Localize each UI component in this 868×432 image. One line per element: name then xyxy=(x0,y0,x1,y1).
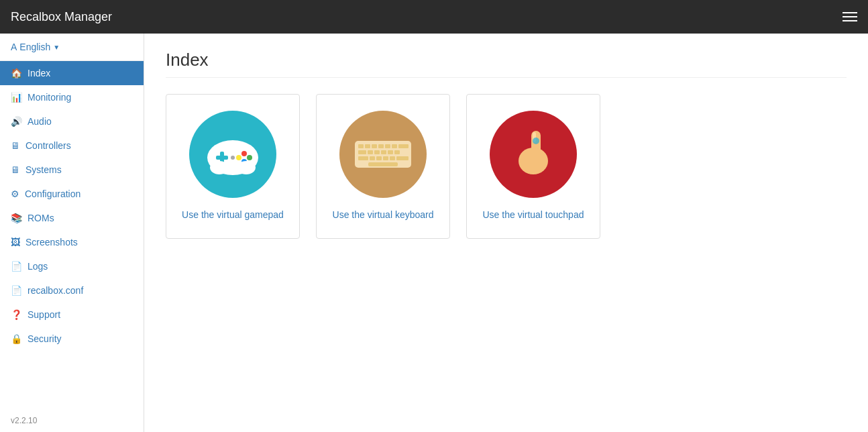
svg-rect-30 xyxy=(368,162,398,166)
sidebar-item-label: Systems xyxy=(25,164,62,175)
sidebar-item-logs[interactable]: 📄 Logs xyxy=(0,254,144,278)
page-title: Index xyxy=(166,50,847,78)
globe-icon: A xyxy=(11,42,17,52)
touchpad-svg xyxy=(503,124,563,184)
gamepad-svg xyxy=(203,124,263,184)
app-title: Recalbox Manager xyxy=(11,10,112,24)
lock-icon: 🔒 xyxy=(11,333,22,344)
config-file-icon: 📄 xyxy=(11,285,22,296)
help-icon: ❓ xyxy=(11,309,22,320)
svg-point-3 xyxy=(241,151,247,156)
bar-chart-icon: 📊 xyxy=(11,92,22,103)
sidebar-item-label: Audio xyxy=(28,116,52,127)
svg-point-7 xyxy=(231,156,235,160)
svg-rect-25 xyxy=(370,156,375,160)
sidebar-item-label: Index xyxy=(28,68,50,78)
gear-icon: ⚙ xyxy=(11,188,19,199)
sidebar-item-support[interactable]: ❓ Support xyxy=(0,303,144,327)
card-virtual-touchpad[interactable]: Use the virtual touchpad xyxy=(466,94,600,239)
sidebar-item-monitoring[interactable]: 📊 Monitoring xyxy=(0,85,144,109)
sidebar: A English ▼ 🏠 Index 📊 Monitoring 🔊 Audio… xyxy=(0,34,144,432)
sidebar-item-recalbox-conf[interactable]: 📄 recalbox.conf xyxy=(0,278,144,303)
svg-rect-26 xyxy=(376,156,382,160)
svg-point-32 xyxy=(519,148,548,174)
svg-rect-14 xyxy=(378,144,384,148)
speaker-icon: 🔊 xyxy=(11,116,22,127)
card-label-keyboard: Use the virtual keyboard xyxy=(333,209,434,222)
svg-rect-22 xyxy=(388,150,393,154)
sidebar-item-controllers[interactable]: 🖥 Controllers xyxy=(0,133,144,158)
hamburger-icon[interactable] xyxy=(843,12,857,21)
language-selector[interactable]: A English ▼ xyxy=(0,34,144,61)
card-virtual-gamepad[interactable]: Use the virtual gamepad xyxy=(166,94,300,239)
svg-rect-21 xyxy=(381,150,386,154)
svg-point-9 xyxy=(237,161,256,174)
gamepad-icon-circle xyxy=(189,111,276,198)
card-label-gamepad: Use the virtual gamepad xyxy=(182,209,284,222)
sidebar-item-security[interactable]: 🔒 Security xyxy=(0,327,144,351)
svg-rect-18 xyxy=(358,150,366,154)
sidebar-item-audio[interactable]: 🔊 Audio xyxy=(0,109,144,133)
svg-rect-15 xyxy=(385,144,390,148)
sidebar-item-label: recalbox.conf xyxy=(28,285,83,296)
touchpad-icon-circle xyxy=(490,111,577,198)
language-label: English xyxy=(19,42,50,52)
svg-rect-29 xyxy=(396,156,409,160)
home-icon: 🏠 xyxy=(11,68,22,78)
sidebar-item-label: Monitoring xyxy=(28,92,71,103)
sidebar-item-index[interactable]: 🏠 Index xyxy=(0,61,144,85)
svg-rect-12 xyxy=(365,144,370,148)
sidebar-item-label: ROMs xyxy=(28,213,54,223)
controller-icon: 🖥 xyxy=(11,140,20,151)
caret-icon: ▼ xyxy=(53,44,60,51)
svg-rect-17 xyxy=(398,144,409,148)
svg-rect-23 xyxy=(394,150,400,154)
svg-rect-28 xyxy=(390,156,395,160)
sidebar-item-screenshots[interactable]: 🖼 Screenshots xyxy=(0,230,144,254)
books-icon: 📚 xyxy=(11,213,22,223)
svg-rect-20 xyxy=(374,150,380,154)
sidebar-item-label: Screenshots xyxy=(25,237,78,248)
svg-point-34 xyxy=(533,138,539,144)
svg-rect-24 xyxy=(358,156,368,160)
sidebar-item-label: Logs xyxy=(28,261,48,272)
svg-point-4 xyxy=(247,155,252,160)
card-label-touchpad: Use the virtual touchpad xyxy=(483,209,584,222)
svg-rect-13 xyxy=(372,144,377,148)
cards-container: Use the virtual gamepad xyxy=(166,94,847,239)
sidebar-item-configuration[interactable]: ⚙ Configuration xyxy=(0,182,144,206)
svg-rect-19 xyxy=(368,150,373,154)
keyboard-icon-circle xyxy=(339,111,427,198)
sidebar-item-roms[interactable]: 📚 ROMs xyxy=(0,206,144,230)
svg-point-6 xyxy=(236,155,241,160)
main-content: Index xyxy=(144,34,868,432)
sidebar-item-label: Configuration xyxy=(25,188,80,199)
svg-rect-16 xyxy=(392,144,397,148)
card-virtual-keyboard[interactable]: Use the virtual keyboard xyxy=(316,94,450,239)
svg-point-8 xyxy=(210,161,229,174)
version-label: v2.2.10 xyxy=(0,409,144,432)
sidebar-item-label: Controllers xyxy=(25,140,71,151)
keyboard-svg xyxy=(349,131,417,178)
svg-rect-11 xyxy=(358,144,364,148)
sidebar-item-systems[interactable]: 🖥 Systems xyxy=(0,158,144,182)
svg-rect-27 xyxy=(383,156,388,160)
app-header: Recalbox Manager xyxy=(0,0,868,34)
sidebar-item-label: Support xyxy=(28,309,60,320)
sidebar-item-label: Security xyxy=(28,333,62,344)
monitor-icon: 🖥 xyxy=(11,164,20,175)
image-icon: 🖼 xyxy=(11,237,20,248)
file-icon: 📄 xyxy=(11,261,22,272)
